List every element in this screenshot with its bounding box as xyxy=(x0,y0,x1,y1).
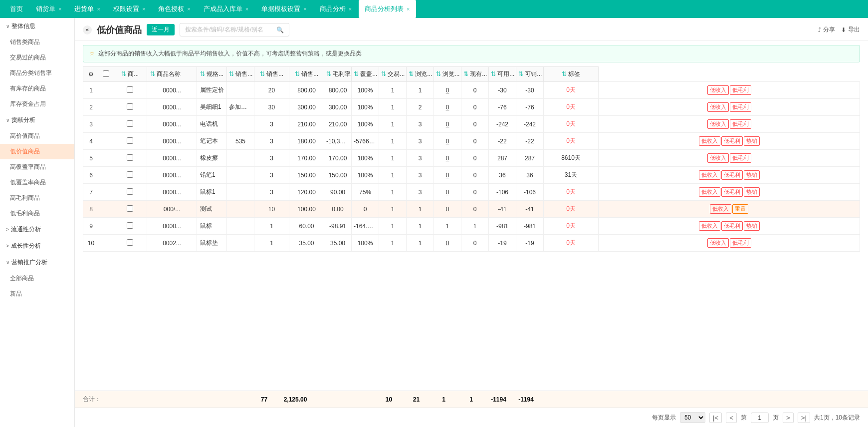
sidebar-group-contribution[interactable]: ∨ 贡献分析 xyxy=(0,112,74,128)
sidebar-item-low-margin[interactable]: 低毛利商品 xyxy=(0,206,74,221)
view-count-link[interactable]: 1 xyxy=(446,223,449,230)
view-count-1[interactable]: 0 xyxy=(434,235,461,252)
th-check[interactable] xyxy=(99,67,113,82)
sidebar-group-liquidity[interactable]: > 流通性分析 xyxy=(0,221,74,238)
search-icon[interactable]: 🔍 xyxy=(276,26,284,33)
select-all-checkbox[interactable] xyxy=(103,70,109,77)
row-checkbox[interactable] xyxy=(127,137,133,144)
th-coverage[interactable]: ⇅ 覆盖... xyxy=(352,67,379,82)
nav-home[interactable]: 首页 xyxy=(4,0,29,18)
sidebar-item-high-coverage[interactable]: 高覆盖率商品 xyxy=(0,159,74,175)
row-check[interactable] xyxy=(113,167,147,184)
nav-permission-settings[interactable]: 权限设置 × xyxy=(107,0,151,18)
close-icon[interactable]: × xyxy=(407,6,410,12)
view-count-link[interactable]: 0 xyxy=(446,172,449,179)
row-checkbox[interactable] xyxy=(127,205,133,212)
sidebar-item-traded-products[interactable]: 交易过的商品 xyxy=(0,50,74,65)
sidebar-item-stock-funds[interactable]: 库存资金占用 xyxy=(0,96,74,112)
th-setting[interactable]: ⚙ xyxy=(83,67,99,82)
row-check[interactable] xyxy=(113,150,147,167)
row-check[interactable] xyxy=(113,201,147,218)
row-check[interactable] xyxy=(113,184,147,201)
close-icon[interactable]: × xyxy=(187,6,190,12)
view-count-link[interactable]: 0 xyxy=(446,104,449,111)
th-view1[interactable]: ⇅ 浏览... xyxy=(407,67,434,82)
sidebar-item-high-margin[interactable]: 高毛利商品 xyxy=(0,190,74,206)
nav-sales-order[interactable]: 销货单 × xyxy=(30,0,67,18)
th-code[interactable]: ⇅ 商... xyxy=(113,67,147,82)
view-count-1[interactable]: 0 xyxy=(434,167,461,184)
page-number-input[interactable] xyxy=(751,413,769,423)
close-icon[interactable]: × xyxy=(97,6,100,12)
view-count-link[interactable]: 0 xyxy=(446,240,449,247)
sidebar-item-new-products[interactable]: 新品 xyxy=(0,286,74,302)
row-checkbox[interactable] xyxy=(127,239,133,246)
row-check[interactable] xyxy=(113,99,147,116)
sidebar-item-stocked-products[interactable]: 有库存的商品 xyxy=(0,81,74,96)
view-count-link[interactable]: 0 xyxy=(446,87,449,94)
row-checkbox[interactable] xyxy=(127,222,133,229)
row-checkbox[interactable] xyxy=(127,103,133,110)
th-avail[interactable]: ⇅ 可用... xyxy=(489,67,516,82)
nav-role-auth[interactable]: 角色授权 × xyxy=(152,0,196,18)
close-icon[interactable]: × xyxy=(142,6,145,12)
sidebar-group-overall[interactable]: ∨ 整体信息 xyxy=(0,18,74,34)
th-sellable[interactable]: ⇅ 可销... xyxy=(516,67,544,82)
view-count-1[interactable]: 0 xyxy=(434,150,461,167)
sidebar-item-low-coverage[interactable]: 低覆盖率商品 xyxy=(0,175,74,190)
th-sales-amt[interactable]: ⇅ 销售... xyxy=(254,67,289,82)
row-checkbox[interactable] xyxy=(127,188,133,195)
view-count-link[interactable]: 0 xyxy=(446,138,449,145)
row-check[interactable] xyxy=(113,235,147,252)
nav-product-analysis-list[interactable]: 商品分析列表 × xyxy=(359,0,416,18)
row-check[interactable] xyxy=(113,218,147,235)
th-trans-cnt[interactable]: ⇅ 交易... xyxy=(379,67,407,82)
view-count-1[interactable]: 0 xyxy=(434,82,461,99)
view-count-link[interactable]: 0 xyxy=(446,206,449,213)
search-box[interactable]: 搜索条件/编码/名称/规格/别名 🔍 xyxy=(180,23,289,36)
sidebar-item-sales-products[interactable]: 销售类商品 xyxy=(0,34,74,50)
nav-template-settings[interactable]: 单据模板设置 × xyxy=(255,0,312,18)
close-icon[interactable]: × xyxy=(303,6,306,12)
th-tags[interactable]: ⇅ 标签 xyxy=(544,67,599,82)
sidebar-item-low-value[interactable]: 低价值商品 xyxy=(0,144,74,159)
row-check[interactable] xyxy=(113,133,147,150)
th-stock[interactable]: ⇅ 现有... xyxy=(461,67,489,82)
th-sales-qty[interactable]: ⇅ 销售... xyxy=(227,67,254,82)
close-icon[interactable]: × xyxy=(349,6,352,12)
view-count-1[interactable]: 0 xyxy=(434,99,461,116)
row-checkbox[interactable] xyxy=(127,154,133,161)
th-view2[interactable]: ⇅ 浏览... xyxy=(434,67,461,82)
nav-product-analysis[interactable]: 商品分析 × xyxy=(314,0,358,18)
th-spec[interactable]: ⇅ 规格... xyxy=(197,67,227,82)
view-count-1[interactable]: 0 xyxy=(434,133,461,150)
view-count-1[interactable]: 0 xyxy=(434,201,461,218)
collapse-sidebar-button[interactable]: « xyxy=(83,25,92,34)
sidebar-group-marketing[interactable]: ∨ 营销推广分析 xyxy=(0,254,74,271)
th-name[interactable]: ⇅ 商品名称 xyxy=(147,67,197,82)
nav-purchase-order[interactable]: 进货单 × xyxy=(68,0,106,18)
last-page-button[interactable]: >| xyxy=(798,413,810,423)
row-check[interactable] xyxy=(113,116,147,133)
sidebar-group-growth[interactable]: > 成长性分析 xyxy=(0,238,74,254)
close-icon[interactable]: × xyxy=(58,6,61,12)
view-count-link[interactable]: 0 xyxy=(446,121,449,128)
nav-product-instock[interactable]: 产成品入库单 × xyxy=(198,0,254,18)
row-check[interactable] xyxy=(113,82,147,99)
filter-recent-month-button[interactable]: 近一月 xyxy=(147,24,175,35)
view-count-1[interactable]: 1 xyxy=(434,218,461,235)
row-checkbox[interactable] xyxy=(127,171,133,178)
sidebar-item-category-sales-rate[interactable]: 商品分类销售率 xyxy=(0,65,74,81)
row-checkbox[interactable] xyxy=(127,120,133,127)
first-page-button[interactable]: |< xyxy=(709,413,722,423)
prev-page-button[interactable]: < xyxy=(726,413,737,423)
sidebar-item-all-products[interactable]: 全部商品 xyxy=(0,271,74,286)
share-button[interactable]: ⤴ 分享 xyxy=(818,25,835,34)
view-count-link[interactable]: 0 xyxy=(446,155,449,162)
close-icon[interactable]: × xyxy=(245,6,248,12)
view-count-1[interactable]: 0 xyxy=(434,184,461,201)
export-button[interactable]: ⬇ 导出 xyxy=(841,25,860,34)
th-sales-cost[interactable]: ⇅ 销售... xyxy=(289,67,324,82)
view-count-1[interactable]: 0 xyxy=(434,116,461,133)
sidebar-item-high-value[interactable]: 高价值商品 xyxy=(0,128,74,144)
